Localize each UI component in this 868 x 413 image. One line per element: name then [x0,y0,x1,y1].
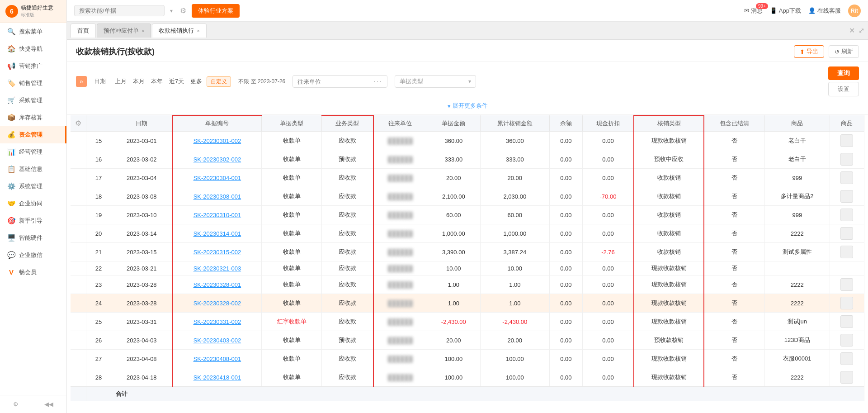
tab-receipts[interactable]: 收款核销执行 × [152,24,206,38]
filter-toggle-button[interactable]: » [76,76,87,87]
table-cell: ██████ [373,150,427,169]
date-7days[interactable]: 近7天 [167,76,186,86]
table-cell[interactable]: SK-20230308-001 [173,187,262,206]
tab-prepay[interactable]: 预付冲应付单 × [97,24,151,38]
order-link[interactable]: SK-20230304-001 [193,175,241,181]
sidebar-item-label: 系统管理 [19,182,42,190]
message-button[interactable]: ✉ 消息 99+ [744,7,763,15]
table-cell: 收款单 [262,224,322,243]
table-row[interactable]: 252023-03-31SK-20230331-002红字收款单应收款█████… [71,313,864,331]
sidebar-item-guide[interactable]: 🎯 新手引导 [0,212,66,229]
table-row[interactable]: 232023-03-28SK-20230328-001收款单应收款██████1… [71,275,864,294]
column-settings-icon[interactable]: ⚙ [75,119,81,127]
order-link[interactable]: SK-20230302-002 [193,156,241,163]
search-input[interactable] [79,7,142,14]
table-cell[interactable]: SK-20230418-001 [173,368,262,387]
table-cell[interactable]: SK-20230301-002 [173,132,262,150]
table-row[interactable]: 152023-03-01SK-20230301-002收款单应收款██████3… [71,132,864,150]
table-cell: 收款单 [262,350,322,368]
online-service-button[interactable]: 👤 在线客服 [808,7,841,15]
sidebar-item-collab[interactable]: 🤝 企业协同 [0,195,66,212]
table-cell[interactable]: SK-20230331-002 [173,313,262,331]
order-link[interactable]: SK-20230418-001 [193,374,241,381]
table-row[interactable]: 162023-03-02SK-20230302-002收款单预收款██████3… [71,150,864,169]
table-settings-button[interactable]: 设置 [828,82,859,96]
sidebar-item-wechat[interactable]: 💬 企业微信 [0,247,66,264]
tab-prepay-close-icon[interactable]: × [142,28,144,33]
table-cell: 预收中应收 [634,150,704,169]
sidebar-item-finance[interactable]: 💰 资金管理 [0,126,66,143]
table-cell[interactable]: SK-20230321-003 [173,261,262,275]
sidebar-item-purchase[interactable]: 🛒 采购管理 [0,92,66,109]
date-this-year[interactable]: 本年 [149,76,165,86]
table-cell[interactable]: SK-20230403-002 [173,331,262,350]
sidebar-item-system[interactable]: ⚙️ 系统管理 [0,178,66,195]
table-row[interactable]: 282023-04-18SK-20230418-001收款单应收款██████1… [71,368,864,387]
tabbar-expand-icon[interactable]: ⤢ [859,26,864,35]
tab-receipts-close-icon[interactable]: × [197,28,199,33]
user-avatar[interactable]: Rit [848,5,861,17]
table-row[interactable]: 172023-03-04SK-20230304-001收款单应收款██████2… [71,169,864,187]
table-cell[interactable]: SK-20230314-001 [173,224,262,243]
search-input-wrap[interactable] [74,5,165,16]
date-last-month[interactable]: 上月 [113,76,128,86]
table-cell[interactable]: SK-20230328-001 [173,275,262,294]
export-button[interactable]: ⬆ 导出 [794,45,824,58]
order-link[interactable]: SK-20230403-002 [193,337,241,344]
table-cell[interactable]: SK-20230304-001 [173,169,262,187]
order-link[interactable]: SK-20230310-001 [193,212,241,218]
order-link[interactable]: SK-20230308-001 [193,193,241,200]
order-link[interactable]: SK-20230314-001 [193,230,241,237]
settings-footer-button[interactable]: ⚙ [9,399,22,409]
doc-type-filter-wrap[interactable]: 单据类型 ▾ [395,75,476,88]
col-settings-header[interactable]: ⚙ [71,115,86,132]
table-cell: 2023-03-08 [111,187,172,206]
sidebar-item-basic[interactable]: 📋 基础信息 [0,161,66,178]
table-row[interactable]: 272023-04-08SK-20230408-001收款单应收款██████1… [71,350,864,368]
table-row[interactable]: 202023-03-14SK-20230314-001收款单应收款██████1… [71,224,864,243]
date-this-month[interactable]: 本月 [131,76,146,86]
tab-home[interactable]: 首页 [71,24,96,38]
partner-input[interactable] [297,78,373,85]
sidebar-item-marketing[interactable]: 📢 营销推广 [0,57,66,75]
table-row[interactable]: 222023-03-21SK-20230321-003收款单应收款██████1… [71,261,864,275]
collapse-sidebar-button[interactable]: ◀◀ [41,399,57,409]
table-cell[interactable]: SK-20230315-002 [173,243,262,261]
partner-filter-wrap[interactable]: ··· [292,75,387,88]
date-more[interactable]: 更多 [189,76,204,86]
table-cell[interactable]: SK-20230310-001 [173,206,262,224]
table-cell[interactable]: SK-20230302-002 [173,150,262,169]
order-link[interactable]: SK-20230321-003 [193,265,241,272]
table-row[interactable]: 212023-03-15SK-20230315-002收款单应收款██████3… [71,243,864,261]
tabbar-close-all-icon[interactable]: ✕ [849,26,855,35]
order-link[interactable]: SK-20230301-002 [193,138,241,144]
table-row[interactable]: 182023-03-08SK-20230308-001收款单应收款██████2… [71,187,864,206]
table-cell: 2023-04-18 [111,368,172,387]
table-row[interactable]: 192023-03-10SK-20230310-001收款单应收款██████6… [71,206,864,224]
settings-gear-icon[interactable]: ⚙ [180,6,186,15]
expand-conditions-button[interactable]: ▾ 展开更多条件 [448,102,488,110]
order-link[interactable]: SK-20230328-001 [193,281,241,288]
sidebar-item-search[interactable]: 🔍 搜索菜单 [0,23,66,40]
table-cell[interactable]: SK-20230408-001 [173,350,262,368]
sidebar-item-member[interactable]: V 畅会员 [0,264,66,281]
partner-more-icon[interactable]: ··· [373,77,382,85]
sidebar-item-sales[interactable]: 🏷️ 销售管理 [0,75,66,92]
order-link[interactable]: SK-20230331-002 [193,318,241,325]
sidebar-item-inventory[interactable]: 📦 库存核算 [0,109,66,126]
app-download-button[interactable]: 📱 App下载 [770,7,801,15]
sidebar-item-operation[interactable]: 📊 经营管理 [0,143,66,161]
table-row[interactable]: 262023-04-03SK-20230403-002收款单预收款██████2… [71,331,864,350]
search-chevron-icon[interactable]: ▾ [170,8,173,14]
refresh-button[interactable]: ↺ 刷新 [829,45,859,58]
table-cell[interactable]: SK-20230328-002 [173,294,262,313]
sidebar-item-hardware[interactable]: 🖥️ 智能硬件 [0,229,66,247]
sidebar-item-quick-nav[interactable]: 🏠 快捷导航 [0,40,66,57]
order-link[interactable]: SK-20230328-002 [193,300,241,307]
query-button[interactable]: 查询 [828,66,859,80]
order-link[interactable]: SK-20230315-002 [193,249,241,256]
order-link[interactable]: SK-20230408-001 [193,356,241,362]
date-custom-button[interactable]: 自定义 [207,76,231,87]
table-row[interactable]: 242023-03-28SK-20230328-002收款单应收款██████1… [71,294,864,313]
industry-solution-button[interactable]: 体验行业方案 [192,4,240,18]
